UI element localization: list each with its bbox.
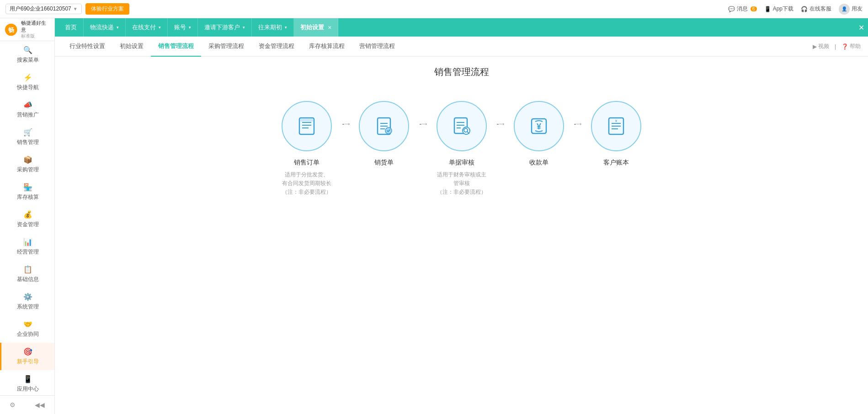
tab-home[interactable]: 首页 <box>59 18 84 37</box>
tab-invite-label: 邀请下游客户 <box>204 23 240 32</box>
play-icon: ▶ <box>813 43 817 50</box>
video-help-item[interactable]: ▶ 视频 <box>813 42 829 50</box>
sub-tab-initial-setup[interactable]: 初始设置 <box>112 37 151 57</box>
user-label: 用户690企业1660120507 <box>10 5 71 13</box>
sidebar-item-enterprise-coop[interactable]: 🤝 企业协同 <box>0 315 54 343</box>
mobile-icon: 📱 <box>23 375 32 383</box>
flow-name-sales-order: 销售订单 <box>294 159 320 167</box>
app-download-item[interactable]: 📱 App下载 <box>764 5 793 13</box>
tab-initial-setup-close[interactable]: ✕ <box>328 25 331 30</box>
main-wrapper: 畅 畅捷通好生意 标准版 🔍 搜索菜单 ⚡ 快捷导航 📣 营销推广 🛒 <box>0 18 868 414</box>
sales-invoice-icon <box>373 115 395 137</box>
flow-name-doc-review: 单据审核 <box>449 159 474 167</box>
flow-name-receipt: 收款单 <box>529 159 548 167</box>
tab-past-initial-arrow: ▾ <box>285 25 287 30</box>
sidebar-label-purchase-mgmt: 采购管理 <box>17 166 39 174</box>
sub-tabs-left: 行业特性设置 初始设置 销售管理流程 采购管理流程 资金管理流程 库存核算流程 <box>62 37 402 57</box>
tab-home-label: 首页 <box>65 23 77 32</box>
header-right: 💬 消息 6 📱 App下载 🎧 在线客服 👤 用友 <box>728 4 863 15</box>
sub-tab-marketing-flow-label: 营销管理流程 <box>359 42 395 50</box>
divider: | <box>835 43 836 50</box>
tab-payment[interactable]: 在线支付 ▾ <box>126 18 168 37</box>
sidebar-label-quicknav: 快捷导航 <box>17 84 39 91</box>
nav-tabs: 首页 物流快递 ▾ 在线支付 ▾ 账号 ▾ 邀请下游客户 ▾ 往来期初 ▾ <box>55 18 868 37</box>
sidebar-item-quicknav[interactable]: ⚡ 快捷导航 <box>0 69 54 96</box>
trial-button[interactable]: 体验行业方案 <box>85 3 129 15</box>
header-left: 用户690企业1660120507 ▼ 体验行业方案 <box>5 3 129 15</box>
flow-desc-doc-review: 适用于财务审核或主管审核（注：非必要流程） <box>437 170 486 197</box>
svg-text:畅: 畅 <box>8 26 14 33</box>
dropdown-arrow-icon: ▼ <box>73 6 78 11</box>
sub-tab-marketing-flow[interactable]: 营销管理流程 <box>352 37 402 57</box>
help-item[interactable]: ❓ 帮助 <box>841 42 861 50</box>
svg-text:¥: ¥ <box>537 122 541 131</box>
tab-invite[interactable]: 邀请下游客户 ▾ <box>198 18 252 37</box>
tab-logistics[interactable]: 物流快递 ▾ <box>84 18 126 37</box>
tab-logistics-label: 物流快递 <box>90 23 114 32</box>
sidebar-label-sys-mgmt: 系统管理 <box>17 303 39 311</box>
logo-sub: 标准版 <box>21 33 50 39</box>
avatar: 👤 <box>839 4 850 15</box>
sub-tab-fund-flow[interactable]: 资金管理流程 <box>251 37 302 57</box>
svg-rect-6 <box>300 119 313 122</box>
video-label: 视频 <box>818 42 829 50</box>
sidebar-item-sales-mgmt[interactable]: 🛒 销售管理 <box>0 123 54 151</box>
content-area: 首页 物流快递 ▾ 在线支付 ▾ 账号 ▾ 邀请下游客户 ▾ 往来期初 ▾ <box>55 18 868 414</box>
sidebar-item-newbie-guide[interactable]: 🎯 新手引导 <box>0 343 54 370</box>
box-icon: 📦 <box>23 155 32 164</box>
flow-circle-sales-order[interactable] <box>282 101 332 151</box>
logo-icon: 畅 <box>5 23 17 37</box>
sub-tab-inventory-flow-label: 库存核算流程 <box>309 42 345 50</box>
message-icon: 💬 <box>728 6 735 12</box>
sidebar-item-marketing-promo[interactable]: 📣 营销推广 <box>0 96 54 123</box>
sidebar-item-ops-mgmt[interactable]: 📊 经营管理 <box>0 233 54 260</box>
flow-circle-doc-review[interactable] <box>437 101 487 151</box>
flow-name-sales-invoice: 销货单 <box>374 159 394 167</box>
sidebar-label-search: 搜索菜单 <box>17 56 39 64</box>
help-label: 帮助 <box>850 42 861 50</box>
tab-account-arrow: ▾ <box>189 25 191 30</box>
gear-icon: ⚙️ <box>23 292 32 301</box>
sub-tabs: 行业特性设置 初始设置 销售管理流程 采购管理流程 资金管理流程 库存核算流程 <box>55 37 868 57</box>
flow-circle-receipt[interactable]: ¥ <box>514 101 564 151</box>
sub-tab-initial-setup-label: 初始设置 <box>120 42 144 50</box>
sub-tab-purchase-flow-label: 采购管理流程 <box>208 42 244 50</box>
online-service-item[interactable]: 🎧 在线客服 <box>801 5 831 13</box>
svg-text:¥: ¥ <box>614 119 617 123</box>
sub-tab-inventory-flow[interactable]: 库存核算流程 <box>302 37 352 57</box>
flow-item-sales-invoice: 销货单 <box>347 101 421 170</box>
sidebar-item-sys-mgmt[interactable]: ⚙️ 系统管理 <box>0 288 54 315</box>
tab-initial-setup[interactable]: 初始设置 ✕ <box>294 18 338 37</box>
sidebar-item-inventory[interactable]: 🏪 库存核算 <box>0 178 54 206</box>
collapse-button[interactable]: ◀◀ <box>31 399 48 410</box>
sidebar-item-basic-info[interactable]: 📋 基础信息 <box>0 260 54 288</box>
sidebar-item-search[interactable]: 🔍 搜索菜单 <box>0 41 54 69</box>
flow-item-doc-review: 单据审核 适用于财务审核或主管审核（注：非必要流程） <box>425 101 498 197</box>
message-item[interactable]: 💬 消息 6 <box>728 5 757 13</box>
message-badge: 6 <box>751 6 757 11</box>
sales-order-icon <box>296 115 318 137</box>
chart-icon: 📊 <box>23 238 32 246</box>
sidebar-label-enterprise-coop: 企业协同 <box>17 330 39 338</box>
sub-tab-industry-feature[interactable]: 行业特性设置 <box>62 37 112 57</box>
tab-account[interactable]: 账号 ▾ <box>168 18 198 37</box>
close-all-tabs-button[interactable]: ✕ <box>858 23 864 32</box>
user-selector[interactable]: 用户690企业1660120507 ▼ <box>5 4 82 14</box>
settings-button[interactable]: ⚙ <box>6 399 19 410</box>
sidebar-item-app-center[interactable]: 📱 应用中心 <box>0 370 54 395</box>
sub-tab-sales-flow[interactable]: 销售管理流程 <box>151 37 201 57</box>
flow-item-receipt: ¥ 收款单 <box>502 101 575 170</box>
tab-invite-arrow: ▾ <box>243 25 245 30</box>
sub-tab-industry-feature-label: 行业特性设置 <box>69 42 105 50</box>
sidebar-item-purchase-mgmt[interactable]: 📦 采购管理 <box>0 151 54 178</box>
sidebar-item-fund-mgmt[interactable]: 💰 资金管理 <box>0 206 54 233</box>
flow-circle-customer-ledger[interactable]: ¥ <box>591 101 641 151</box>
tab-past-initial[interactable]: 往来期初 ▾ <box>252 18 294 37</box>
user-menu[interactable]: 👤 用友 <box>839 4 863 15</box>
message-label: 消息 <box>737 5 748 13</box>
sub-tab-purchase-flow[interactable]: 采购管理流程 <box>201 37 251 57</box>
sidebar-label-newbie-guide: 新手引导 <box>17 358 39 366</box>
flow-circle-sales-invoice[interactable] <box>359 101 409 151</box>
app-download-label: App下载 <box>773 5 793 13</box>
lightning-icon: ⚡ <box>23 73 32 82</box>
